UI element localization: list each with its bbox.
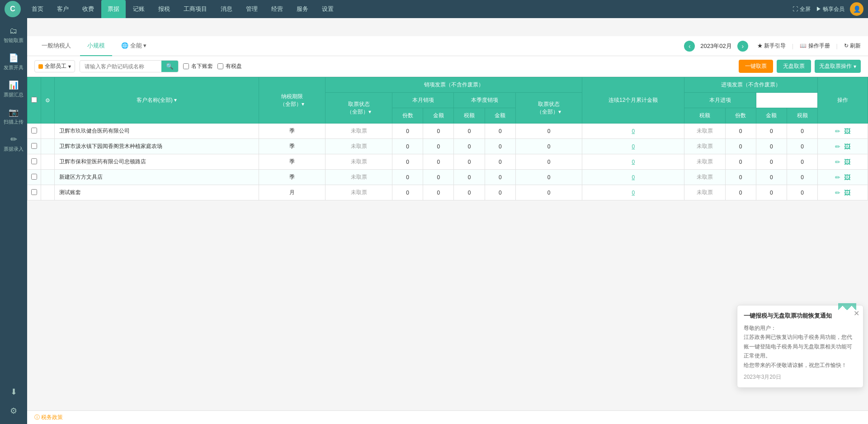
row-checkbox[interactable] bbox=[31, 158, 37, 164]
scan-upload-icon: 📷 bbox=[9, 107, 19, 117]
row-sales-month-count: 0 bbox=[392, 139, 423, 154]
nav-message[interactable]: 消息 bbox=[214, 0, 239, 18]
row-settings-cell bbox=[41, 154, 55, 170]
nav-billing[interactable]: 收费 bbox=[76, 0, 100, 18]
sidebar-item-download[interactable]: ⬇ bbox=[1, 383, 26, 400]
tax-policy-link[interactable]: 税务政策 bbox=[41, 414, 63, 421]
th-period-filter-icon[interactable]: ▾ bbox=[302, 101, 304, 107]
row-checkbox[interactable] bbox=[31, 128, 37, 133]
nav-service[interactable]: 服务 bbox=[290, 0, 315, 18]
nav-home[interactable]: 首页 bbox=[25, 0, 50, 18]
action-guide[interactable]: ★ 新手引导 bbox=[757, 42, 786, 50]
row-checkbox[interactable] bbox=[31, 174, 37, 180]
th-sales-status: 取票状态（全部）▾ bbox=[326, 93, 392, 124]
notification-greeting: 尊敬的用户： bbox=[744, 324, 857, 333]
period-next-btn[interactable]: › bbox=[737, 41, 748, 52]
row-checkbox-cell[interactable] bbox=[28, 170, 41, 185]
view-icon[interactable]: 🖼 bbox=[844, 143, 850, 150]
nav-manage[interactable]: 管理 bbox=[240, 0, 264, 18]
nav-customer[interactable]: 客户 bbox=[51, 0, 75, 18]
view-icon[interactable]: 🖼 bbox=[844, 128, 850, 135]
row-checkbox[interactable] bbox=[31, 189, 37, 195]
view-icon[interactable]: 🖼 bbox=[844, 174, 850, 181]
user-avatar[interactable]: 👤 bbox=[850, 2, 863, 16]
row-cumulative: 0 bbox=[582, 124, 684, 139]
search-input[interactable] bbox=[80, 61, 161, 72]
youshui-checkbox[interactable] bbox=[217, 63, 223, 69]
nav-accounting[interactable]: 记账 bbox=[127, 0, 151, 18]
row-purchase-month-amount: 0 bbox=[756, 185, 787, 200]
th-sales-status-filter[interactable]: ▾ bbox=[368, 109, 371, 115]
row-sales-quarter-tax: 0 bbox=[515, 139, 582, 154]
row-checkbox[interactable] bbox=[31, 143, 37, 149]
edit-icon[interactable]: ✏ bbox=[835, 143, 840, 150]
row-sales-month-tax: 0 bbox=[454, 185, 485, 200]
no-disk-btn[interactable]: 无盘取票 bbox=[777, 60, 811, 73]
sidebar-item-smart-invoice-label: 智能取票 bbox=[4, 37, 24, 44]
row-sales-status: 未取票 bbox=[326, 154, 392, 170]
vip-btn[interactable]: ▶ 畅享会员 bbox=[816, 5, 844, 13]
sidebar-item-invoice-summary[interactable]: 📊 票据汇总 bbox=[1, 76, 26, 102]
notification-close-btn[interactable]: ✕ bbox=[854, 309, 859, 318]
tab-general-taxpayer[interactable]: 一般纳税人 bbox=[34, 36, 78, 56]
th-purchase-group: 进项发票（不含作废票） bbox=[684, 77, 818, 93]
mingxia-checkbox[interactable] bbox=[183, 63, 189, 69]
sidebar-item-scan-upload[interactable]: 📷 扫描上传 bbox=[1, 104, 26, 129]
edit-icon[interactable]: ✏ bbox=[835, 128, 840, 135]
th-sales-month-count: 份数 bbox=[392, 108, 423, 124]
row-sales-month-amount: 0 bbox=[423, 154, 454, 170]
notification-body: 尊敬的用户： 江苏政务网已恢复访问电子税务局功能，您代账一键登陆电子税务局与无盘… bbox=[744, 324, 857, 370]
action-refresh[interactable]: ↻ 刷新 bbox=[844, 42, 861, 50]
row-cumulative: 0 bbox=[582, 154, 684, 170]
row-purchase-month-tax: 0 bbox=[787, 154, 817, 170]
th-purchase-status-filter[interactable]: ▾ bbox=[558, 109, 561, 115]
select-all-checkbox[interactable] bbox=[31, 97, 37, 103]
sidebar-item-config[interactable]: ⚙ bbox=[1, 402, 26, 419]
sidebar-item-invoice-entry[interactable]: ✏ 票据录入 bbox=[1, 131, 26, 156]
search-button[interactable]: 🔍 bbox=[161, 61, 178, 72]
th-name-filter-icon[interactable]: ▾ bbox=[174, 97, 177, 103]
nav-settings[interactable]: 设置 bbox=[316, 0, 340, 18]
mingxia-label: 名下账套 bbox=[191, 62, 213, 70]
nav-items: 首页 客户 收费 票据 记账 报税 工商项目 消息 管理 经营 服务 设置 bbox=[25, 0, 793, 18]
edit-icon[interactable]: ✏ bbox=[835, 189, 840, 196]
row-sales-month-tax: 0 bbox=[454, 124, 485, 139]
fullscreen-btn[interactable]: ⛶ 全屏 bbox=[793, 5, 810, 13]
row-checkbox-cell[interactable] bbox=[28, 154, 41, 170]
row-sales-month-amount: 0 bbox=[423, 170, 454, 185]
edit-icon[interactable]: ✏ bbox=[835, 174, 840, 181]
th-settings: ⚙ bbox=[41, 77, 55, 124]
nav-operation[interactable]: 经营 bbox=[265, 0, 289, 18]
one-click-btn[interactable]: 一键取票 bbox=[739, 60, 773, 73]
row-purchase-month-count: 0 bbox=[725, 185, 756, 200]
tab-small-scale[interactable]: 小规模 bbox=[80, 36, 112, 56]
row-purchase-month-tax: 0 bbox=[787, 124, 817, 139]
row-actions: ✏ 🖼 bbox=[818, 124, 868, 139]
nav-tax[interactable]: 报税 bbox=[152, 0, 176, 18]
view-icon[interactable]: 🖼 bbox=[844, 158, 850, 166]
toolbar-right: 一键取票 无盘取票 无盘取票操作 ▾ bbox=[739, 60, 861, 73]
view-icon[interactable]: 🖼 bbox=[844, 189, 850, 196]
sidebar-item-invoice-entry-label: 票据录入 bbox=[4, 146, 24, 152]
row-checkbox-cell[interactable] bbox=[28, 124, 41, 139]
sidebar-item-smart-invoice[interactable]: 🗂 智能取票 bbox=[1, 23, 26, 48]
row-purchase-month-count: 0 bbox=[725, 170, 756, 185]
tab-all-capable[interactable]: 🌐 全能 ▾ bbox=[114, 36, 154, 56]
row-actions: ✏ 🖼 bbox=[818, 170, 868, 185]
nav-invoice[interactable]: 票据 bbox=[101, 0, 126, 18]
row-sales-quarter-amount: 0 bbox=[485, 154, 515, 170]
nav-business[interactable]: 工商项目 bbox=[177, 0, 213, 18]
period-prev-btn[interactable]: ‹ bbox=[684, 41, 695, 52]
employee-filter[interactable]: 全部员工 ▾ bbox=[34, 60, 75, 72]
action-manual[interactable]: 📖 操作手册 bbox=[800, 42, 830, 50]
edit-icon[interactable]: ✏ bbox=[835, 158, 840, 166]
employee-filter-dot bbox=[38, 64, 43, 69]
main-table: ⚙ 客户名称(全部) ▾ 纳税期限（全部）▾ 销项发票（不含作废票） 连续12个… bbox=[27, 77, 868, 200]
no-disk-ops-btn[interactable]: 无盘取票操作 ▾ bbox=[815, 60, 861, 73]
row-sales-month-tax: 0 bbox=[454, 139, 485, 154]
sidebar-item-issue-invoice[interactable]: 📄 发票开具 bbox=[1, 49, 26, 75]
row-checkbox-cell[interactable] bbox=[28, 139, 41, 154]
row-settings-cell bbox=[41, 139, 55, 154]
row-checkbox-cell[interactable] bbox=[28, 185, 41, 200]
row-sales-month-amount: 0 bbox=[423, 139, 454, 154]
